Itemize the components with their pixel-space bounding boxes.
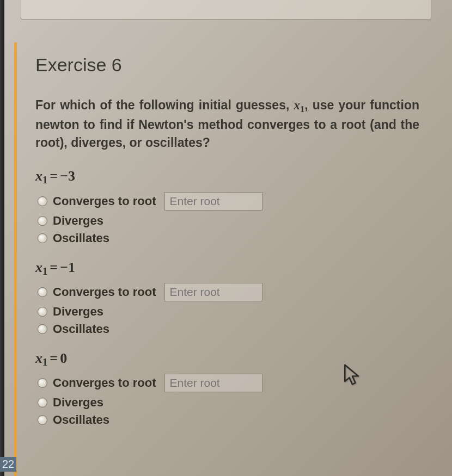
radio-icon[interactable] [38, 307, 47, 317]
radio-icon[interactable] [38, 216, 47, 226]
prompt-text-pre: For which of the following initial guess… [35, 98, 294, 112]
option-converges[interactable]: Converges to root [38, 374, 419, 392]
screen-edge [0, 0, 4, 476]
option-label: Converges to root [53, 194, 156, 208]
option-oscillates[interactable]: Oscillates [38, 413, 419, 427]
option-diverges[interactable]: Diverges [38, 395, 419, 410]
option-converges[interactable]: Converges to root [38, 283, 419, 301]
option-oscillates[interactable]: Oscillates [38, 231, 419, 245]
radio-icon[interactable] [38, 415, 47, 425]
option-converges[interactable]: Converges to root [38, 192, 419, 211]
initial-guess-label: x1=−3 [35, 168, 419, 186]
option-label: Diverges [53, 305, 103, 319]
prompt-var: x1 [294, 98, 304, 112]
root-input[interactable] [164, 192, 262, 211]
option-label: Oscillates [53, 231, 109, 245]
question-group: x1=0 Converges to root Diverges Oscillat… [35, 350, 419, 427]
radio-icon[interactable] [38, 287, 47, 297]
exercise-card: Exercise 6 For which of the following in… [14, 42, 438, 476]
option-label: Converges to root [53, 376, 156, 390]
root-input[interactable] [164, 283, 262, 301]
option-label: Diverges [53, 395, 103, 410]
option-oscillates[interactable]: Oscillates [38, 322, 419, 336]
option-diverges[interactable]: Diverges [38, 214, 419, 228]
radio-icon[interactable] [38, 196, 47, 206]
option-label: Diverges [53, 214, 103, 228]
option-label: Converges to root [53, 285, 156, 299]
exercise-prompt: For which of the following initial guess… [35, 96, 419, 152]
initial-guess-label: x1=0 [35, 350, 419, 368]
radio-icon[interactable] [38, 233, 47, 243]
question-group: x1=−3 Converges to root Diverges Oscilla… [35, 168, 419, 245]
initial-guess-label: x1=−1 [35, 259, 419, 277]
page-number: 22 [0, 457, 16, 472]
previous-card-edge [21, 0, 431, 20]
radio-icon[interactable] [38, 324, 47, 334]
root-input[interactable] [164, 374, 262, 392]
radio-icon[interactable] [38, 398, 47, 407]
question-group: x1=−1 Converges to root Diverges Oscilla… [35, 259, 419, 336]
option-label: Oscillates [53, 322, 109, 336]
exercise-title: Exercise 6 [35, 54, 419, 76]
option-label: Oscillates [53, 413, 109, 427]
option-diverges[interactable]: Diverges [38, 305, 419, 319]
radio-icon[interactable] [38, 378, 47, 388]
